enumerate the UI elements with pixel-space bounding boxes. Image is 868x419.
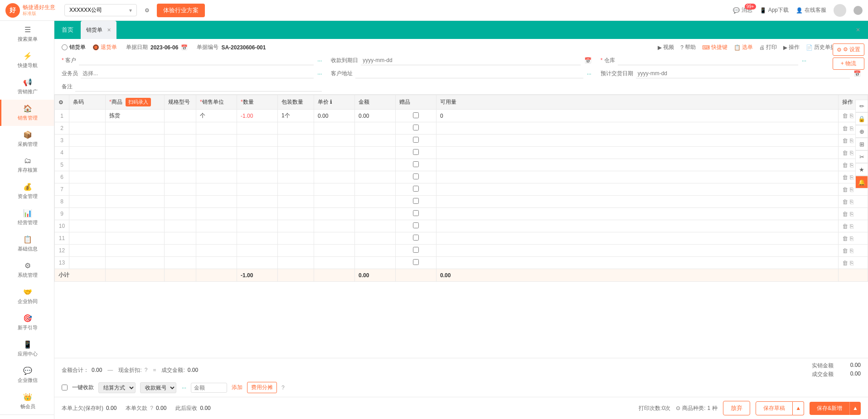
sidebar-item-quick-nav[interactable]: ⚡ 快捷导航 [0,47,54,73]
cell-barcode[interactable] [69,135,106,147]
row-delete-icon[interactable]: 🗑 [842,186,848,193]
cell-amount[interactable] [355,245,396,257]
cell-amount[interactable] [355,196,396,208]
row-delete-icon[interactable]: 🗑 [842,198,848,205]
cell-unit[interactable] [196,183,237,196]
app-download-btn[interactable]: 📱 App下载 [760,6,789,14]
cell-qty[interactable] [237,257,278,269]
warehouse-input[interactable]: 建材仓 [618,56,798,65]
cell-amount[interactable] [355,257,396,269]
date-cal-icon[interactable]: 📅 [181,44,188,51]
cell-qty[interactable] [237,183,278,196]
online-service-btn[interactable]: 👤 在线客服 [796,6,826,14]
cell-qty[interactable] [237,232,278,245]
cell-unit-price[interactable] [314,257,355,269]
message-btn[interactable]: 💬 消息 99+ [733,6,752,14]
cell-pkg-qty[interactable] [278,196,314,208]
due-date-input[interactable] [361,56,580,65]
cell-barcode[interactable] [69,147,106,159]
cell-amount[interactable]: 0.00 [355,110,396,122]
sidebar-item-basic-info[interactable]: 📋 基础信息 [0,231,54,257]
row-settings-icon[interactable]: 9 [55,208,69,220]
cell-unit[interactable] [196,122,237,135]
cell-product[interactable] [106,196,165,208]
cell-gift[interactable] [396,183,436,196]
cell-pkg-qty[interactable] [278,220,314,232]
cell-amount[interactable] [355,208,396,220]
cell-gift[interactable] [396,171,436,183]
cell-spec[interactable] [165,208,196,220]
cell-unit-price[interactable]: 0.00 [314,110,355,122]
company-selector[interactable]: XXXXXX公司 ▾ [64,4,137,16]
cell-amount[interactable] [355,183,396,196]
cell-spec[interactable] [165,110,196,122]
row-settings-icon[interactable]: 7 [55,183,69,196]
addr-ellipsis-icon[interactable]: ··· [587,71,592,77]
float-btn-7[interactable]: 🔔 [855,176,868,188]
sidebar-item-search[interactable]: ☰ 搜索菜单 [0,21,54,47]
row-settings-icon[interactable]: 5 [55,159,69,171]
cell-qty[interactable] [237,220,278,232]
save-draft-arrow-btn[interactable]: ▲ [793,401,804,415]
cell-pkg-qty[interactable]: 1个 [278,110,314,122]
cell-amount[interactable] [355,220,396,232]
cell-spec[interactable] [165,122,196,135]
cell-qty[interactable] [237,122,278,135]
row-delete-icon[interactable]: 🗑 [842,137,848,144]
shortcut-btn[interactable]: ⌨ 快捷键 [702,43,727,51]
save-draft-btn[interactable]: 保存草稿 [756,401,793,415]
cell-unit-price[interactable] [314,159,355,171]
row-copy-icon[interactable]: ⎘ [850,260,853,266]
sidebar-item-operations[interactable]: 📊 经营管理 [0,204,54,231]
cell-product[interactable]: 拣货 [106,110,165,122]
cell-unit[interactable] [196,171,237,183]
salesperson-input[interactable] [81,69,314,78]
cell-unit-price[interactable] [314,208,355,220]
cell-product[interactable] [106,183,165,196]
cell-qty[interactable] [237,208,278,220]
cell-unit-price[interactable] [314,135,355,147]
cell-spec[interactable] [165,171,196,183]
cell-spec[interactable] [165,196,196,208]
sidebar-item-guide[interactable]: 🎯 新手引导 [0,309,54,336]
row-settings-icon[interactable]: 2 [55,122,69,135]
print-btn[interactable]: 🖨 打印 [759,43,777,51]
cell-gift[interactable] [396,208,436,220]
cell-barcode[interactable] [69,208,106,220]
sidebar-item-purchase[interactable]: 📦 采购管理 [0,126,54,152]
cell-spec[interactable] [165,135,196,147]
cell-unit[interactable] [196,220,237,232]
cell-amount[interactable] [355,159,396,171]
expense-btn[interactable]: 费用分摊 [247,382,277,393]
row-copy-icon[interactable]: ⎘ [850,149,853,156]
cell-pkg-qty[interactable] [278,245,314,257]
sidebar-item-wechat[interactable]: 💬 企业微信 [0,362,54,388]
save-new-btn[interactable]: 保存&新增 [810,402,849,415]
cell-unit[interactable] [196,196,237,208]
row-settings-icon[interactable]: 13 [55,257,69,269]
delivery-cal-icon[interactable]: 📅 [853,70,861,77]
user-avatar2[interactable] [853,6,863,15]
cell-amount[interactable] [355,122,396,135]
cell-barcode[interactable] [69,122,106,135]
add-payment-btn[interactable]: 添加 [232,384,242,391]
cell-gift[interactable] [396,122,436,135]
row-settings-icon[interactable]: 12 [55,245,69,257]
row-delete-icon[interactable]: 🗑 [842,112,848,119]
cell-amount[interactable] [355,135,396,147]
cell-spec[interactable] [165,257,196,269]
cell-barcode[interactable] [69,220,106,232]
salesperson-ellipsis-icon[interactable]: ··· [317,71,322,77]
cell-barcode[interactable] [69,245,106,257]
row-settings-icon[interactable]: 6 [55,171,69,183]
warehouse-ellipsis-icon[interactable]: ··· [802,58,806,64]
row-copy-icon[interactable]: ⎘ [850,198,853,205]
help-btn[interactable]: ? 帮助 [680,43,696,51]
delivery-date-input[interactable] [636,69,850,78]
sidebar-item-system[interactable]: ⚙ 系统管理 [0,257,54,283]
settings-btn[interactable]: ⚙ ⚙ 设置 [833,43,864,56]
history-btn[interactable]: 📄 历史单据 [806,43,836,51]
cell-barcode[interactable] [69,159,106,171]
row-copy-icon[interactable]: ⎘ [850,186,853,193]
cell-unit[interactable] [196,257,237,269]
